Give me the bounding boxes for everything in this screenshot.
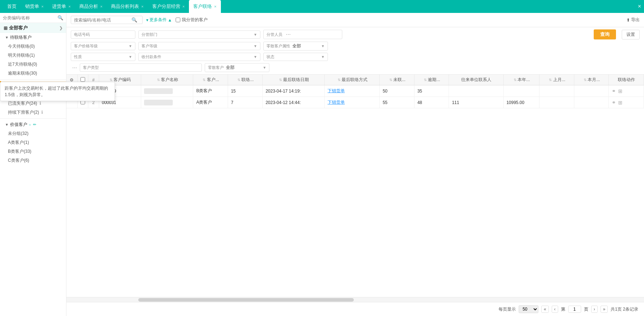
collapse-sidebar-icon[interactable]: ❯ — [59, 26, 62, 30]
settings-button[interactable]: 设置 — [622, 30, 640, 39]
nav-customer-segmentation-close[interactable]: × — [182, 4, 185, 9]
nav-purchase-order-close[interactable]: × — [68, 4, 70, 9]
sidebar-item-ungrouped[interactable]: 未分组(32) — [0, 129, 66, 138]
row-uncontacted: 50 — [380, 85, 414, 97]
my-customer-checkbox[interactable] — [176, 18, 180, 22]
search-input[interactable] — [74, 18, 131, 23]
th-uncontacted[interactable]: ⇅ 未联... — [380, 75, 414, 85]
filter-retail-attr[interactable]: 零散客户属性 全部 ▼ — [263, 42, 328, 51]
select-all-checkbox[interactable] — [80, 77, 85, 82]
row-last-method[interactable]: 下销货单 — [324, 97, 379, 108]
sidebar-item-class-a[interactable]: A类客户(1) — [0, 138, 66, 147]
page-suffix: 页 — [584, 306, 588, 312]
sidebar-item-class-b[interactable]: B类客户(33) — [0, 147, 66, 156]
row-last-method[interactable]: 下销货单 — [324, 85, 379, 97]
my-customer-checkbox-label[interactable]: 我分管的客户 — [176, 17, 208, 23]
total-label: 共1页 2条记录 — [611, 306, 638, 312]
per-page-label: 每页显示 — [499, 306, 516, 312]
th-this-year[interactable]: ⇅ 本年... — [503, 75, 539, 85]
sidebar-divider-2 — [0, 118, 66, 119]
dept-label: 分管部门 — [142, 32, 157, 37]
nav-customer-segmentation[interactable]: 客户分层经营 × — [148, 0, 189, 13]
nav-sales-order[interactable]: 销货单 × — [21, 0, 48, 13]
contact-method-link[interactable]: 下销货单 — [328, 88, 345, 93]
row-this-month — [574, 97, 609, 108]
sidebar-item-tomorrow-pending[interactable]: 明天待联络(1) — [0, 51, 66, 60]
scrollbar-thumb[interactable] — [138, 298, 354, 302]
row-overdue: 48 — [414, 97, 449, 108]
th-overdue[interactable]: ⇅ 逾期... — [414, 75, 449, 85]
sidebar-item-class-c[interactable]: C类客户(6) — [0, 156, 66, 165]
filter-customer-level[interactable]: 客户等级 ▼ — [138, 42, 260, 50]
export-icon: ⬆ — [626, 18, 630, 23]
nav-customer-contact[interactable]: 客户联络 × — [189, 0, 221, 13]
th-contact-person[interactable]: 往来单位联系人 — [449, 75, 503, 85]
nav-home[interactable]: 首页 — [3, 0, 21, 13]
prev-page-button[interactable]: ‹ — [552, 306, 558, 313]
info-icon-churned[interactable]: ℹ — [40, 101, 41, 106]
th-customer-name[interactable]: ⇅ 客户名称 — [141, 75, 193, 85]
sidebar-all-customers[interactable]: ⊞ 全部客户 ❯ — [0, 23, 66, 33]
sidebar-item-declining[interactable]: 持续下滑客户(2) ℹ — [0, 108, 66, 117]
row-action-icon-2[interactable]: ⊞ — [618, 100, 622, 105]
nav-product-analysis-close[interactable]: × — [100, 4, 102, 9]
sidebar-item-overdue-contact[interactable]: 逾期未联络(30) — [0, 69, 66, 78]
filter-row-3: 性质 ▼ 收付款条件 ▼ 状态 ▼ — [71, 53, 640, 61]
nav-customer-contact-close[interactable]: × — [214, 4, 216, 9]
th-last-contact-method[interactable]: ⇅ 最后联络方式 — [324, 75, 379, 85]
filter-phone[interactable]: 电话号码 — [71, 30, 135, 39]
more-dots-icon[interactable]: ··· — [72, 65, 77, 71]
row-name[interactable] — [141, 97, 193, 108]
nav-product-analysis[interactable]: 商品分析 × — [75, 0, 107, 13]
search-icon[interactable]: 🔍 — [131, 17, 137, 23]
customer-level-dropdown: ▼ — [254, 44, 257, 48]
sidebar-search-icon[interactable]: 🔍 — [57, 15, 63, 20]
edit-value-group-icon[interactable]: ✏ — [33, 122, 36, 127]
last-page-button[interactable]: » — [601, 306, 608, 313]
sidebar-group-pending-contact[interactable]: ▼ 待联络客户 — [0, 33, 66, 42]
filter-dept[interactable]: 分管部门 ▼ — [138, 30, 260, 39]
nav-product-analysis-list-close[interactable]: × — [141, 4, 143, 9]
page-input[interactable] — [568, 306, 581, 313]
query-button[interactable]: 查询 — [594, 29, 616, 39]
nav-product-analysis-list[interactable]: 商品分析列表 × — [107, 0, 148, 13]
more-conditions-button[interactable]: ▾ 更多条件 ▲ — [146, 17, 172, 23]
contact-method-link[interactable]: 下销货单 — [328, 100, 345, 105]
th-this-month[interactable]: ⇅ 本月... — [574, 75, 609, 85]
th-customer-type[interactable]: ⇅ 客户... — [193, 75, 228, 85]
window-close-button[interactable]: × — [638, 3, 641, 10]
row-last-month — [539, 85, 574, 97]
sort-icon-uncontacted: ⇅ — [389, 78, 392, 82]
export-button[interactable]: ⬆ 导出 — [626, 17, 640, 23]
filter-payment[interactable]: 收付款条件 ▼ — [138, 53, 260, 61]
filter-retail-customer[interactable]: 零散客户 全部 ▼ — [205, 63, 269, 72]
row-action-icon-1[interactable]: ⚭ — [612, 100, 616, 105]
th-last-month[interactable]: ⇅ 上月... — [539, 75, 574, 85]
filter-customer-type[interactable]: 客户类型 — [80, 63, 202, 72]
retail-attr-dropdown: ▼ — [321, 44, 325, 48]
nav-sales-order-close[interactable]: × — [41, 4, 43, 9]
row-type: B类客户 — [193, 85, 228, 97]
sidebar-item-today-pending[interactable]: 今天待联络(0) — [0, 42, 66, 51]
sidebar-value-group[interactable]: ▼ 价值客户 ○ ✏ — [0, 120, 66, 129]
filter-status[interactable]: 状态 ▼ — [263, 53, 328, 61]
first-page-button[interactable]: « — [541, 306, 549, 313]
horizontal-scrollbar[interactable] — [66, 297, 644, 302]
sidebar-search-input[interactable] — [3, 15, 57, 20]
customer-type-label: 客户类型 — [83, 65, 99, 70]
th-contact-count[interactable]: ⇅ 联络... — [228, 75, 263, 85]
row-action-icon-1[interactable]: ⚭ — [612, 88, 616, 94]
next-page-button[interactable]: › — [591, 306, 598, 313]
manager-more-icon[interactable]: ··· — [286, 31, 291, 38]
row-action-icon-2[interactable]: ⊞ — [618, 88, 622, 94]
th-last-contact-date[interactable]: ⇅ 最后联络日期 — [263, 75, 325, 85]
sidebar-item-7days-pending[interactable]: 近7天待联络(0) — [0, 60, 66, 69]
filter-gender[interactable]: 性质 ▼ — [71, 53, 135, 61]
table-wrapper: ⚙ # ⇅ 客户编码 ⇅ 客户名称 — [66, 75, 644, 297]
nav-purchase-order[interactable]: 进货单 × — [48, 0, 75, 13]
row-name[interactable] — [141, 85, 193, 97]
filter-price-level[interactable]: 客户价格等级 ▼ — [71, 42, 135, 50]
filter-manager[interactable]: 分管人员 ··· — [263, 30, 342, 39]
per-page-select[interactable]: 50 100 200 — [519, 305, 538, 313]
info-icon-declining[interactable]: ℹ — [41, 110, 43, 115]
